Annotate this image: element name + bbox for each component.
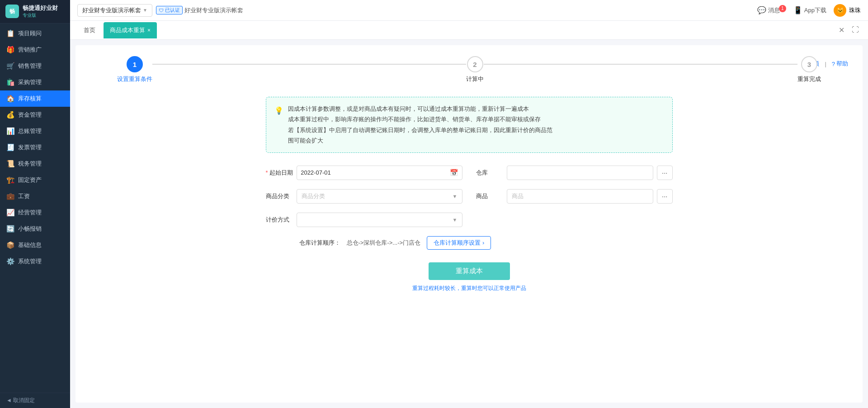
sidebar-item-basic[interactable]: 📦 基础信息 <box>0 237 70 253</box>
assets-icon: 🏗️ <box>6 176 14 184</box>
sidebar-item-tax[interactable]: 📜 税务管理 <box>0 156 70 172</box>
phone-icon: 📱 <box>793 6 802 14</box>
notification-badge: 1 <box>779 5 786 12</box>
account-selector[interactable]: 好业财专业版演示帐套 ▼ <box>77 4 152 17</box>
category-label: 商品分类 <box>266 192 293 200</box>
tab-close-icon[interactable]: × <box>147 27 151 33</box>
app-download-btn[interactable]: 📱 App下载 <box>793 6 826 14</box>
calendar-icon[interactable]: 📅 <box>450 169 458 177</box>
product-dots-btn[interactable]: ··· <box>657 189 673 204</box>
user-name: 珠珠 <box>849 6 861 14</box>
app-logo: 畅 <box>5 5 19 18</box>
tab-active-label: 商品成本重算 <box>110 26 145 34</box>
start-date-field: 起始日期 📅 <box>266 166 462 180</box>
sidebar-item-invoice[interactable]: 🧾 发票管理 <box>0 139 70 156</box>
sidebar-footer-label: ◄ 取消固定 <box>6 397 35 404</box>
step-2: 2 计算中 <box>466 56 484 83</box>
step-2-circle: 2 <box>467 56 483 72</box>
topbar-left: 好业财专业版演示帐套 ▼ 🛡 已认证 好业财专业版演示帐套 <box>77 4 243 17</box>
verified-label: 已认证 <box>165 7 180 14</box>
verified-badge: 🛡 已认证 <box>156 6 183 14</box>
tax-icon: 📜 <box>6 160 14 168</box>
purchase-icon: 🛍️ <box>6 78 14 86</box>
info-box: 💡 因成本计算参数调整，或是对商品成本有疑问时，可以通过成本重算功能，重新计算一… <box>266 97 673 153</box>
sidebar-item-finance[interactable]: 💰 资金管理 <box>0 107 70 123</box>
info-line-1: 因成本计算参数调整，或是对商品成本有疑问时，可以通过成本重算功能，重新计算一遍成… <box>288 104 552 114</box>
sidebar-item-accounting[interactable]: 📊 总账管理 <box>0 123 70 139</box>
info-icon: 💡 <box>274 104 283 146</box>
start-date-input-wrapper[interactable]: 📅 <box>297 166 462 180</box>
sidebar-item-label: 销售管理 <box>18 62 42 70</box>
message-btn[interactable]: 💬 消息 1 <box>757 6 786 14</box>
start-date-label: 起始日期 <box>266 169 293 177</box>
sidebar-item-expense[interactable]: 🔄 小畅报销 <box>0 221 70 237</box>
app-subtitle: 专业版 <box>23 12 58 19</box>
info-box-content: 因成本计算参数调整，或是对商品成本有疑问时，可以通过成本重算功能，重新计算一遍成… <box>288 104 552 146</box>
sidebar-item-label: 工资 <box>18 192 30 200</box>
tab-cost-recalc[interactable]: 商品成本重算 × <box>104 22 157 38</box>
sidebar-item-assets[interactable]: 🏗️ 固定资产 <box>0 172 70 188</box>
step-3-circle: 3 <box>801 56 817 72</box>
verified-account-name: 好业财专业版演示帐套 <box>184 6 243 14</box>
category-select[interactable]: 商品分类 ▼ <box>297 189 462 204</box>
shield-icon: 🛡 <box>159 8 164 13</box>
recalc-btn-label: 重算成本 <box>456 267 483 275</box>
warehouse-order-label: 仓库计算顺序： <box>299 239 340 247</box>
warehouse-order-value: 总仓->深圳仓库->...->门店仓 <box>347 239 421 247</box>
warehouse-label: 仓库 <box>476 169 503 177</box>
chevron-right-icon: › <box>482 239 484 246</box>
sidebar-footer[interactable]: ◄ 取消固定 <box>0 393 70 408</box>
sidebar-item-inventory[interactable]: 🏠 库存核算 <box>0 90 70 107</box>
info-line-2: 成本重算过程中，影响库存账的操作均不能操作，比如进货单、销货单、库存单据不能审核… <box>288 114 552 124</box>
tab-controls: ✕ ⛶ <box>837 25 861 35</box>
sidebar-item-label: 总账管理 <box>18 127 42 135</box>
expand-window-icon[interactable]: ⛶ <box>850 25 861 35</box>
help-link[interactable]: ? 帮助 <box>832 60 848 68</box>
sidebar-item-label: 固定资产 <box>18 176 42 184</box>
warehouse-order-settings-btn[interactable]: 仓库计算顺序设置 › <box>427 236 491 250</box>
invoice-icon: 🧾 <box>6 143 14 152</box>
sidebar-item-label: 采购管理 <box>18 78 42 86</box>
category-field: 商品分类 商品分类 ▼ <box>266 189 462 204</box>
warehouse-dots-btn[interactable]: ··· <box>657 166 673 180</box>
form-row-3: 计价方式 ▼ <box>266 213 673 227</box>
basic-icon: 📦 <box>6 241 14 249</box>
pricing-select[interactable]: ▼ <box>297 213 462 227</box>
recalc-button[interactable]: 重算成本 <box>429 262 510 280</box>
sidebar-item-sales[interactable]: 🛒 销售管理 <box>0 58 70 74</box>
product-label: 商品 <box>476 192 503 200</box>
sidebar-nav: 📋 项目顾问 🎁 营销推广 🛒 销售管理 🛍️ 采购管理 🏠 库存核算 💰 资金… <box>0 24 70 393</box>
salary-icon: 💼 <box>6 192 14 200</box>
step-line-2 <box>484 64 797 65</box>
tab-home[interactable]: 首页 <box>77 22 102 38</box>
info-line-3: 若【系统设置】中启用了自动调整记账日期时，会调整入库单的整单记账日期，因此重新计… <box>288 125 552 135</box>
sales-icon: 🛒 <box>6 62 14 70</box>
sidebar-item-purchase[interactable]: 🛍️ 采购管理 <box>0 74 70 90</box>
user-info[interactable]: 🐱 珠珠 <box>834 4 861 17</box>
sidebar-item-label: 营销推广 <box>18 46 42 54</box>
accounting-icon: 📊 <box>6 127 14 135</box>
step-3: 3 重算完成 <box>797 56 821 83</box>
warehouse-input[interactable] <box>507 166 653 180</box>
user-avatar: 🐱 <box>834 4 846 17</box>
sidebar-item-label: 基础信息 <box>18 241 42 249</box>
sidebar-item-system[interactable]: ⚙️ 系统管理 <box>0 253 70 270</box>
finance-icon: 💰 <box>6 111 14 119</box>
recalc-hint: 重算过程耗时较长，重算时您可以正常使用产品 <box>412 285 526 292</box>
product-input[interactable]: 商品 <box>507 189 653 204</box>
sidebar-item-project[interactable]: 📋 项目顾问 <box>0 25 70 42</box>
sidebar: 畅 畅捷通好业财 专业版 📋 项目顾问 🎁 营销推广 🛒 销售管理 🛍️ 采购管… <box>0 0 70 408</box>
start-date-input[interactable] <box>301 169 447 176</box>
sidebar-header: 畅 畅捷通好业财 专业版 <box>0 0 70 24</box>
operation-icon: 📈 <box>6 209 14 217</box>
sidebar-item-label: 经营管理 <box>18 209 42 217</box>
close-window-icon[interactable]: ✕ <box>837 25 846 35</box>
content-area: 1 设置重算条件 2 计算中 3 重算完成 ▶ 视频 | ? <box>75 45 863 403</box>
message-label: 消息 <box>768 6 780 14</box>
sidebar-item-marketing[interactable]: 🎁 营销推广 <box>0 42 70 58</box>
sidebar-item-label: 税务管理 <box>18 160 42 168</box>
sidebar-item-operation[interactable]: 📈 经营管理 <box>0 204 70 221</box>
sidebar-item-salary[interactable]: 💼 工资 <box>0 188 70 204</box>
step-line-1 <box>152 64 466 65</box>
main-area: 好业财专业版演示帐套 ▼ 🛡 已认证 好业财专业版演示帐套 💬 消息 1 📱 A… <box>70 0 868 408</box>
